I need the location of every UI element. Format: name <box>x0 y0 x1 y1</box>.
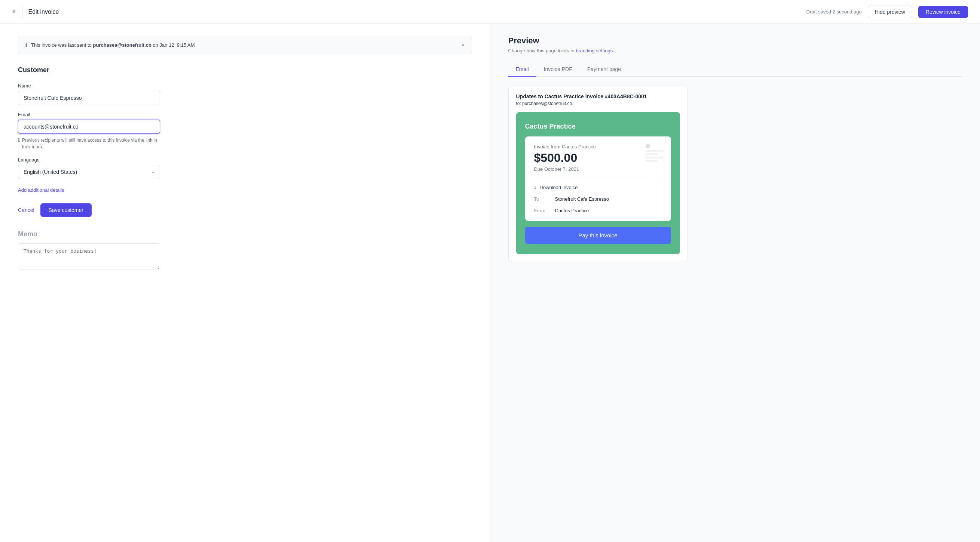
email-subject: Updates to Cactus Practice invoice #403A… <box>516 94 680 100</box>
email-field-group: Email ℹ Previous recipients will still h… <box>18 112 472 150</box>
branding-settings-link[interactable]: branding settings. <box>576 48 614 54</box>
memo-section: Memo <box>18 230 472 271</box>
invoice-from-label: Invoice from Cactus Practice <box>534 144 662 149</box>
header-right: Draft saved 2 second ago Hide preview Re… <box>807 6 968 18</box>
tab-invoice-pdf[interactable]: Invoice PDF <box>536 62 580 77</box>
hide-preview-button[interactable]: Hide preview <box>868 6 912 18</box>
customer-section: Customer Name Email ℹ Previous recipient… <box>18 66 472 217</box>
invoice-divider <box>534 178 662 178</box>
hint-icon: ℹ <box>18 137 20 143</box>
close-button[interactable]: × <box>12 8 16 16</box>
invoice-inner-card: Invoice from Cactus Practice $500.00 Due… <box>525 136 671 221</box>
email-label: Email <box>18 112 472 117</box>
doc-illustration <box>646 144 663 162</box>
from-value: Cactus Practice <box>555 208 589 214</box>
email-hint-text: Previous recipients will still have acce… <box>22 137 160 150</box>
right-panel: Preview Change how this page looks in br… <box>490 24 980 542</box>
language-select[interactable]: English (United States)FrenchGermanSpani… <box>18 165 160 179</box>
doc-line-4 <box>646 160 657 162</box>
email-input[interactable] <box>18 120 160 134</box>
preview-title: Preview <box>508 36 963 46</box>
download-label: Download invoice <box>540 185 578 190</box>
info-icon: ℹ <box>25 41 27 49</box>
email-hint-container: ℹ Previous recipients will still have ac… <box>18 137 160 150</box>
invoice-card: Cactus Practice Invoice from Cactus Prac… <box>516 112 680 254</box>
from-row: From Cactus Practice <box>534 208 662 214</box>
pay-invoice-button[interactable]: Pay this invoice <box>525 227 671 244</box>
add-details-link[interactable]: Add additional details <box>18 187 64 193</box>
doc-line-1 <box>646 150 663 152</box>
email-preview-card: Updates to Cactus Practice invoice #403A… <box>508 86 688 262</box>
tab-email[interactable]: Email <box>508 62 536 77</box>
banner-content: ℹ This invoice was last sent to purchase… <box>25 41 195 49</box>
header-left: × Edit invoice <box>12 8 59 16</box>
name-input[interactable] <box>18 91 160 105</box>
language-label: Language <box>18 157 472 163</box>
customer-section-title: Customer <box>18 66 472 74</box>
cancel-button[interactable]: Cancel <box>18 207 34 213</box>
email-to: to: purchases@stonefruit.co <box>516 101 680 106</box>
language-field-group: Language English (United States)FrenchGe… <box>18 157 472 179</box>
main-layout: ℹ This invoice was last sent to purchase… <box>0 24 980 542</box>
download-invoice-link[interactable]: ↓ Download invoice <box>534 184 662 190</box>
form-actions: Cancel Save customer <box>18 203 472 217</box>
info-banner: ℹ This invoice was last sent to purchase… <box>18 36 472 54</box>
banner-close-button[interactable]: × <box>461 42 465 49</box>
memo-textarea[interactable] <box>18 243 160 269</box>
left-panel: ℹ This invoice was last sent to purchase… <box>0 24 490 542</box>
header: × Edit invoice Draft saved 2 second ago … <box>0 0 980 24</box>
review-invoice-button[interactable]: Review invoice <box>918 6 968 18</box>
invoice-due-date: Due October 7, 2021 <box>534 166 662 172</box>
draft-saved-status: Draft saved 2 second ago <box>807 9 862 14</box>
to-label: To <box>534 196 552 202</box>
download-icon: ↓ <box>534 184 537 190</box>
doc-line-3 <box>646 157 663 158</box>
banner-text: This invoice was last sent to purchases@… <box>31 42 195 48</box>
doc-line-2 <box>646 153 657 155</box>
page-title: Edit invoice <box>29 9 59 15</box>
memo-title: Memo <box>18 230 472 238</box>
language-select-wrapper: English (United States)FrenchGermanSpani… <box>18 165 160 179</box>
preview-tabs: Email Invoice PDF Payment page <box>508 62 963 77</box>
invoice-amount: $500.00 <box>534 151 662 165</box>
header-divider <box>22 8 22 16</box>
email-to-address: purchases@stonefruit.co <box>522 101 572 106</box>
preview-subtitle: Change how this page looks in branding s… <box>508 48 963 54</box>
to-value: Stonefruit Cafe Espresso <box>555 196 609 202</box>
invoice-brand: Cactus Practice <box>525 123 671 130</box>
doc-circle <box>646 144 650 148</box>
from-label: From <box>534 208 552 214</box>
name-field-group: Name <box>18 83 472 105</box>
to-row: To Stonefruit Cafe Espresso <box>534 196 662 202</box>
save-customer-button[interactable]: Save customer <box>40 203 92 217</box>
tab-payment-page[interactable]: Payment page <box>580 62 628 77</box>
name-label: Name <box>18 83 472 89</box>
